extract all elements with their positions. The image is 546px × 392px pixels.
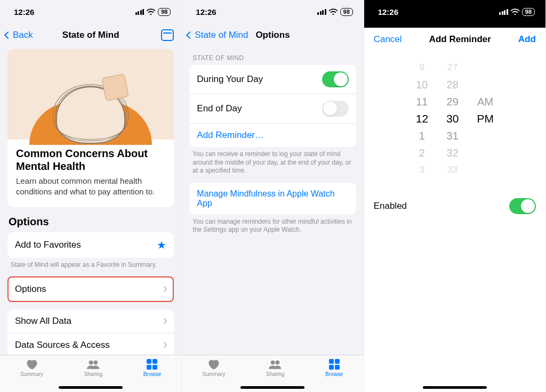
options-row[interactable]: Options bbox=[9, 277, 173, 301]
chevron-left-icon bbox=[4, 31, 12, 39]
chevron-left-icon bbox=[186, 31, 194, 39]
screen-options: 12:26 98 State of Mind Options STATE OF … bbox=[182, 0, 364, 392]
manage-watch-label: Manage Mindfulness in Apple Watch App bbox=[197, 189, 348, 208]
svg-point-1 bbox=[93, 361, 98, 365]
grid-icon bbox=[145, 358, 159, 370]
status-bar: 12:26 98 bbox=[182, 0, 363, 23]
nav-bar: State of Mind Options bbox=[182, 23, 363, 47]
reminder-list: During Your Day End of Day Add Reminder… bbox=[189, 65, 356, 147]
cancel-button[interactable]: Cancel bbox=[374, 34, 402, 45]
chevron-right-icon bbox=[162, 286, 167, 292]
home-indicator bbox=[59, 386, 123, 389]
chevron-right-icon bbox=[162, 342, 167, 348]
hour-column[interactable]: 9 10 11 12 1 2 3 bbox=[416, 61, 428, 177]
status-bar: 12:26 98 bbox=[0, 0, 181, 23]
hero-subtitle: Learn about common mental health conditi… bbox=[16, 176, 165, 198]
options-label: Options bbox=[15, 284, 46, 295]
during-day-toggle[interactable] bbox=[322, 71, 349, 87]
status-time: 12:26 bbox=[378, 7, 398, 17]
favorites-footnote: State of Mind will appear as a Favorite … bbox=[11, 261, 171, 270]
wifi-icon bbox=[147, 9, 155, 15]
status-time: 12:26 bbox=[14, 7, 34, 17]
content-area: Common Concerns About Mental Health Lear… bbox=[0, 47, 181, 355]
ampm-column[interactable]: AM PM bbox=[477, 61, 494, 177]
back-label: Back bbox=[13, 30, 33, 40]
watch-footnote: You can manage reminders for other mindf… bbox=[192, 218, 352, 234]
enabled-toggle[interactable] bbox=[509, 198, 536, 214]
status-indicators: 98 bbox=[499, 8, 535, 16]
tab-sharing-label: Sharing bbox=[84, 371, 102, 377]
home-indicator bbox=[423, 386, 487, 389]
options-highlight: Options bbox=[7, 276, 174, 302]
add-reminder-row[interactable]: Add Reminder… bbox=[189, 123, 356, 147]
tab-browse[interactable]: Browse bbox=[143, 358, 161, 377]
battery-indicator: 98 bbox=[522, 8, 535, 16]
tab-browse[interactable]: Browse bbox=[325, 358, 343, 377]
end-of-day-label: End of Day bbox=[197, 103, 242, 114]
tab-browse-label: Browse bbox=[143, 371, 161, 377]
group-header: STATE OF MIND bbox=[192, 54, 352, 62]
sheet-title: Add Reminder bbox=[429, 34, 491, 45]
back-button[interactable]: State of Mind bbox=[187, 30, 248, 40]
status-indicators: 98 bbox=[135, 8, 171, 16]
options-header: Options bbox=[9, 216, 173, 228]
people-icon bbox=[268, 358, 282, 370]
data-sources-row[interactable]: Data Sources & Access bbox=[7, 333, 174, 355]
manage-watch-row[interactable]: Manage Mindfulness in Apple Watch App bbox=[189, 183, 356, 215]
chevron-right-icon bbox=[162, 318, 167, 324]
svg-point-2 bbox=[271, 361, 275, 365]
status-bar: 12:26 98 bbox=[364, 0, 545, 23]
end-of-day-toggle[interactable] bbox=[322, 101, 349, 117]
tab-summary[interactable]: Summary bbox=[20, 358, 43, 377]
watch-list: Manage Mindfulness in Apple Watch App bbox=[189, 183, 356, 215]
hero-card[interactable]: Common Concerns About Mental Health Lear… bbox=[7, 49, 174, 207]
heart-icon bbox=[25, 358, 39, 370]
svg-point-0 bbox=[89, 361, 93, 365]
page-title: Options bbox=[255, 30, 290, 40]
data-sources-label: Data Sources & Access bbox=[15, 340, 110, 350]
during-day-row[interactable]: During Your Day bbox=[189, 65, 356, 94]
sheet-header: Cancel Add Reminder Add bbox=[364, 28, 545, 51]
add-button[interactable]: Add bbox=[518, 34, 536, 45]
enabled-label: Enabled bbox=[374, 201, 407, 211]
back-label: State of Mind bbox=[195, 30, 248, 40]
time-picker[interactable]: 9 10 11 12 1 2 3 27 28 29 30 31 32 33 AM bbox=[364, 51, 545, 191]
show-all-data-row[interactable]: Show All Data bbox=[7, 309, 174, 333]
tab-summary[interactable]: Summary bbox=[203, 358, 226, 377]
content-area: STATE OF MIND During Your Day End of Day… bbox=[182, 47, 363, 355]
end-of-day-row[interactable]: End of Day bbox=[189, 94, 356, 123]
tab-sharing[interactable]: Sharing bbox=[84, 358, 102, 377]
calendar-icon bbox=[161, 29, 174, 41]
cellular-icon bbox=[499, 9, 508, 15]
battery-indicator: 98 bbox=[340, 8, 353, 16]
people-icon bbox=[86, 358, 100, 370]
screen-state-of-mind: 12:26 98 Back State of Mind Common Conce… bbox=[0, 0, 182, 392]
star-icon: ★ bbox=[157, 239, 166, 251]
tab-sharing-label: Sharing bbox=[266, 371, 284, 377]
screen-add-reminder: 12:26 98 Cancel Add Reminder Add 9 10 11… bbox=[364, 0, 546, 392]
minute-column[interactable]: 27 28 29 30 31 32 33 bbox=[446, 61, 459, 177]
status-time: 12:26 bbox=[196, 7, 216, 17]
battery-indicator: 98 bbox=[158, 8, 171, 16]
svg-point-3 bbox=[276, 361, 280, 365]
hero-title: Common Concerns About Mental Health bbox=[16, 147, 165, 173]
cellular-icon bbox=[135, 9, 144, 15]
tab-summary-label: Summary bbox=[203, 371, 226, 377]
heart-icon bbox=[207, 358, 221, 370]
hero-illustration bbox=[7, 49, 174, 140]
nav-bar: Back State of Mind bbox=[0, 23, 181, 47]
back-button[interactable]: Back bbox=[5, 30, 33, 40]
add-favorites-label: Add to Favorites bbox=[15, 240, 81, 250]
page-title: State of Mind bbox=[62, 30, 119, 40]
tab-sharing[interactable]: Sharing bbox=[266, 358, 284, 377]
grid-icon bbox=[327, 358, 341, 370]
calendar-button[interactable] bbox=[161, 29, 174, 41]
add-reminder-label: Add Reminder… bbox=[197, 130, 264, 141]
status-indicators: 98 bbox=[317, 8, 353, 16]
show-all-data-label: Show All Data bbox=[15, 316, 71, 326]
cellular-icon bbox=[317, 9, 326, 15]
tab-summary-label: Summary bbox=[20, 371, 43, 377]
add-favorites-row[interactable]: Add to Favorites ★ bbox=[7, 232, 174, 258]
wifi-icon bbox=[329, 9, 338, 15]
tab-browse-label: Browse bbox=[325, 371, 343, 377]
